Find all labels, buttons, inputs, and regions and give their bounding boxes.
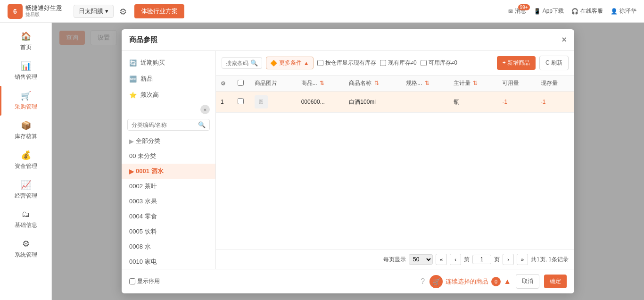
sidebar-item-inventory[interactable]: 📦 库存核算: [0, 116, 51, 145]
col-code[interactable]: 商品... ⇅: [297, 75, 345, 92]
user-name: 徐泽华: [619, 7, 636, 15]
category-search-input[interactable]: [132, 122, 196, 128]
show-disabled-checkbox[interactable]: 显示停用: [129, 277, 160, 285]
category-search-icon[interactable]: 🔍: [198, 121, 206, 128]
sidebar-item-finance[interactable]: 💰 资金管理: [0, 145, 51, 175]
phone-icon: 📱: [534, 8, 541, 15]
category-item-0002[interactable]: 0002 茶叶: [122, 179, 215, 194]
col-img: 商品图片: [250, 75, 297, 92]
settings-icon[interactable]: ⚙: [119, 7, 129, 16]
checkbox-available-nonzero-label: 可用库存≠0: [429, 59, 457, 67]
checkbox-warehouse-input[interactable]: [317, 60, 323, 66]
category-item-0010[interactable]: 0010 家电: [122, 254, 215, 265]
right-panel: 🔍 🔶 更多条件 ▲ 按仓库显示现有库存: [216, 51, 574, 269]
category-item-0001[interactable]: ▶ 0001 酒水: [122, 164, 215, 179]
sort-name-icon: ⇅: [374, 80, 379, 86]
cart-area[interactable]: 🛒 连续选择的商品 0 ▲: [429, 275, 511, 288]
main-layout: 🏠 首页 📊 销售管理 🛒 采购管理 📦 库存核算 💰 资金管理 📈 经营管理 …: [0, 23, 644, 300]
checkbox-available-nonzero-input[interactable]: [421, 60, 427, 66]
page-label: 第: [464, 256, 470, 264]
checkbox-warehouse-label: 按仓库显示现有库存: [325, 59, 376, 67]
new-products-item[interactable]: 🆕 新品: [122, 71, 215, 87]
frequent-icon: ⭐: [129, 92, 137, 99]
online-service-item[interactable]: 🎧 在线客服: [571, 7, 603, 15]
finance-icon: 💰: [21, 150, 31, 160]
show-disabled-input[interactable]: [129, 278, 135, 284]
col-available: 可用量: [497, 75, 536, 92]
sidebar-item-home[interactable]: 🏠 首页: [0, 26, 51, 56]
sidebar-label-operations: 经营管理: [15, 192, 37, 200]
right-toolbar: 🔍 🔶 更多条件 ▲ 按仓库显示现有库存: [216, 51, 574, 75]
sidebar-item-purchase[interactable]: 🛒 采购管理: [0, 86, 51, 116]
checkbox-available-nonzero[interactable]: 可用库存≠0: [421, 59, 457, 67]
sidebar-item-sales[interactable]: 📊 销售管理: [0, 56, 51, 86]
frequent-item[interactable]: ⭐ 频次高: [122, 87, 215, 103]
search-icon[interactable]: 🔍: [250, 59, 258, 67]
service-label: 在线客服: [580, 7, 603, 15]
sidebar-label-sales: 销售管理: [15, 73, 37, 81]
trial-btn[interactable]: 体验行业方案: [134, 4, 184, 18]
refresh-btn[interactable]: C 刷新: [539, 56, 569, 70]
confirm-btn[interactable]: 确定: [544, 275, 567, 288]
cat-0003-label: 0003 水果: [129, 198, 157, 205]
product-reference-modal: 商品参照 × 🔄 近期购买 🆕 新品: [122, 29, 574, 293]
sidebar-item-operations[interactable]: 📈 经营管理: [0, 175, 51, 205]
checkbox-stock-nonzero-input[interactable]: [380, 60, 386, 66]
page-number-input[interactable]: [472, 255, 491, 264]
sidebar-item-basics[interactable]: 🗂 基础信息: [0, 205, 51, 234]
page-label2: 页: [494, 256, 500, 264]
all-category-item[interactable]: ▶ 全部分类: [122, 133, 215, 149]
table-row[interactable]: 1 图 000600... 白酒100ml: [216, 92, 574, 113]
row-checkbox[interactable]: [238, 98, 244, 104]
last-page-btn[interactable]: »: [517, 254, 528, 265]
category-item-0003[interactable]: 0003 水果: [122, 194, 215, 209]
frequent-label: 频次高: [140, 91, 159, 99]
sidebar-label-basics: 基础信息: [15, 221, 37, 229]
headset-icon: 🎧: [571, 8, 578, 15]
messages-nav-item[interactable]: ✉ 消息 99+: [508, 7, 526, 15]
category-item-00[interactable]: 00 未分类: [122, 149, 215, 164]
per-page-select[interactable]: 50 100: [409, 254, 433, 265]
col-stock-label: 现存量: [541, 80, 558, 86]
all-category-label: 全部分类: [136, 137, 160, 145]
cell-img: 图: [250, 92, 297, 113]
col-unit[interactable]: 主计量 ⇅: [449, 75, 498, 92]
filter-btn[interactable]: 🔶 更多条件 ▲: [266, 57, 314, 69]
add-product-btn[interactable]: + 新增商品: [497, 56, 536, 70]
col-name[interactable]: 商品名称 ⇅: [344, 75, 401, 92]
col-spec[interactable]: 规格... ⇅: [401, 75, 449, 92]
category-item-0008[interactable]: 0008 水: [122, 239, 215, 254]
cell-spec: [401, 92, 449, 113]
settings-icon[interactable]: ⚙: [221, 80, 226, 87]
logo-line1: 畅捷通好生意: [25, 4, 62, 12]
app-download-item[interactable]: 📱 App下载: [534, 7, 564, 15]
org-dropdown[interactable]: 日太阳膜 ▾: [74, 5, 114, 18]
chevron-down-icon: ▾: [105, 8, 108, 15]
sales-icon: 📊: [21, 61, 31, 71]
category-item-0005[interactable]: 0005 饮料: [122, 224, 215, 239]
next-page-btn[interactable]: ›: [503, 254, 514, 265]
first-page-btn[interactable]: «: [436, 254, 447, 265]
sort-unit-icon: ⇅: [473, 80, 478, 86]
sidebar-item-system[interactable]: ⚙ 系统管理: [0, 234, 51, 264]
col-unit-label: 主计量: [454, 80, 471, 86]
select-all-checkbox[interactable]: [238, 80, 244, 86]
help-icon[interactable]: ?: [421, 277, 425, 286]
recent-buy-item[interactable]: 🔄 近期购买: [122, 55, 215, 71]
modal-close-btn[interactable]: ×: [561, 35, 567, 45]
recent-icon: 🔄: [129, 59, 137, 67]
user-avatar[interactable]: 👤 徐泽华: [611, 7, 636, 15]
modal-body: 🔄 近期购买 🆕 新品 ⭐ 频次高 «: [122, 51, 574, 269]
product-table: ⚙ 商品图片: [216, 75, 574, 113]
product-search-input[interactable]: [226, 60, 248, 67]
message-icon: ✉: [508, 8, 513, 15]
prev-page-btn[interactable]: ‹: [450, 254, 461, 265]
checkbox-warehouse[interactable]: 按仓库显示现有库存: [317, 59, 376, 67]
category-item-0004[interactable]: 0004 零食: [122, 209, 215, 224]
top-nav: 6 畅捷通好生意 捷易版 日太阳膜 ▾ ⚙ 体验行业方案 ✉ 消息 99+ 📱 …: [0, 0, 644, 23]
collapse-panel-btn[interactable]: «: [200, 105, 210, 114]
logo-icon: 6: [8, 4, 23, 19]
cart-up-icon[interactable]: ▲: [504, 277, 511, 286]
checkbox-stock-nonzero[interactable]: 现有库存≠0: [380, 59, 417, 67]
cancel-btn[interactable]: 取消: [516, 274, 539, 289]
